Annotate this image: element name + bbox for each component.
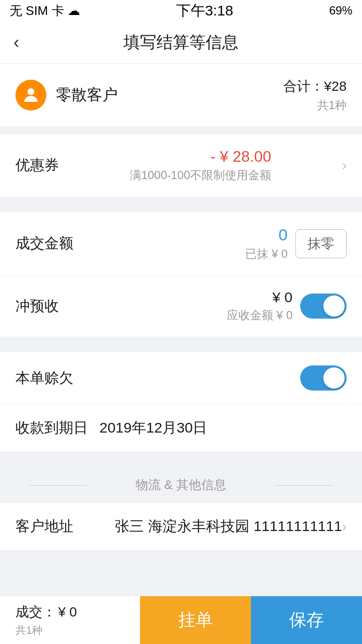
avatar	[15, 80, 46, 111]
bottom-amount-line: 成交： ¥ 0	[15, 603, 125, 621]
credit-label: 本单赊欠	[15, 368, 73, 388]
nav-bar: ‹ 填写结算等信息	[0, 21, 362, 64]
address-label: 客户地址	[15, 517, 73, 536]
status-right: 69%	[329, 4, 352, 17]
back-button[interactable]: ‹	[14, 32, 19, 53]
person-icon	[21, 85, 41, 105]
coupon-section[interactable]: 优惠券 - ¥ 28.00 满1000-100不限制使用金额 ›	[0, 134, 362, 196]
bottom-summary-label: 成交：	[15, 604, 56, 619]
amount-row: 成交金额 0 已抹 ¥ 0 抹零	[0, 212, 362, 275]
prepay-row: 冲预收 ¥ 0 应收金额 ¥ 0	[0, 275, 362, 336]
amount-right: 0 已抹 ¥ 0 抹零	[245, 225, 347, 262]
bottom-summary-value: ¥ 0	[58, 604, 77, 619]
total-count: 共1种	[283, 98, 347, 113]
bottom-summary-count: 共1种	[15, 623, 125, 638]
amount-already: 已抹 ¥ 0	[245, 246, 288, 262]
divider-1	[0, 204, 362, 212]
logistics-label: 物流 & 其他信息	[136, 477, 226, 492]
signal-text: 无 SIM 卡 ☁	[10, 2, 80, 19]
round-button[interactable]: 抹零	[295, 229, 347, 258]
battery-text: 69%	[329, 4, 352, 17]
coupon-amount: - ¥ 28.00	[130, 148, 271, 166]
coupon-row[interactable]: 优惠券 - ¥ 28.00 满1000-100不限制使用金额 ›	[0, 134, 362, 196]
prepay-sub: 应收金额 ¥ 0	[227, 308, 292, 323]
transaction-section: 成交金额 0 已抹 ¥ 0 抹零 冲预收 ¥ 0 应收金额 ¥ 0	[0, 212, 362, 336]
due-date-row: 收款到期日 2019年12月30日	[0, 404, 362, 451]
address-section[interactable]: 客户地址 张三 海淀永丰科技园 11111111111 ›	[0, 503, 362, 550]
coupon-hint: 满1000-100不限制使用金额	[130, 168, 271, 183]
credit-right	[300, 365, 347, 391]
address-value: 张三 海淀永丰科技园 11111111111	[85, 517, 342, 536]
coupon-label: 优惠券	[15, 155, 59, 175]
status-left: 无 SIM 卡 ☁	[10, 2, 80, 19]
bottom-summary: 成交： ¥ 0 共1种	[0, 603, 140, 638]
hold-button[interactable]: 挂单	[140, 596, 251, 644]
logistics-header: 物流 & 其他信息	[0, 467, 362, 503]
credit-section: 本单赊欠 收款到期日 2019年12月30日	[0, 352, 362, 451]
divider-3	[0, 459, 362, 467]
customer-section: 零散客户 合计：¥28 共1种	[0, 64, 362, 126]
due-date-value: 2019年12月30日	[99, 418, 207, 438]
amount-label: 成交金额	[15, 234, 73, 253]
address-chevron-icon: ›	[342, 519, 347, 534]
prepay-label: 冲预收	[15, 296, 59, 316]
coupon-value-wrap: - ¥ 28.00 满1000-100不限制使用金额	[130, 148, 271, 183]
customer-left: 零散客户	[15, 80, 118, 111]
status-bar: 无 SIM 卡 ☁ 下午3:18 69%	[0, 0, 362, 21]
prepay-value: ¥ 0	[227, 289, 292, 306]
customer-row: 零散客户 合计：¥28 共1种	[0, 64, 362, 126]
customer-name: 零散客户	[56, 84, 118, 106]
status-time: 下午3:18	[176, 1, 233, 21]
customer-right: 合计：¥28 共1种	[283, 77, 347, 113]
prepay-right: ¥ 0 应收金额 ¥ 0	[227, 289, 347, 323]
credit-row: 本单赊欠	[0, 352, 362, 404]
divider-2	[0, 344, 362, 352]
amount-value: 0	[245, 225, 288, 244]
amount-value-wrap: 0 已抹 ¥ 0	[245, 225, 288, 262]
chevron-right-icon: ›	[342, 158, 347, 173]
credit-toggle[interactable]	[300, 365, 347, 391]
prepay-value-wrap: ¥ 0 应收金额 ¥ 0	[227, 289, 292, 323]
save-button[interactable]: 保存	[251, 596, 362, 644]
prepay-toggle[interactable]	[300, 294, 347, 319]
page-title: 填写结算等信息	[124, 31, 238, 54]
total-amount: 合计：¥28	[283, 77, 347, 96]
due-date-label: 收款到期日	[15, 418, 88, 438]
bottom-bar: 成交： ¥ 0 共1种 挂单 保存	[0, 596, 362, 644]
svg-point-0	[28, 88, 34, 95]
address-row[interactable]: 客户地址 张三 海淀永丰科技园 11111111111 ›	[0, 503, 362, 550]
